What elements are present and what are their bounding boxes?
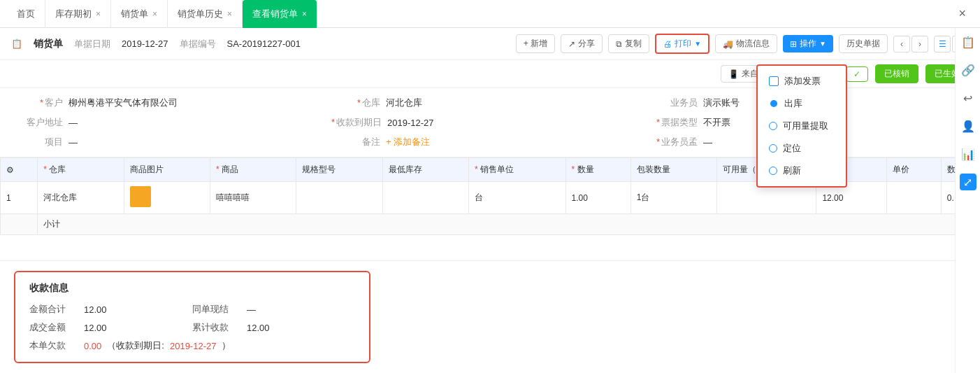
- row-num: 1: [1, 182, 38, 214]
- sidebar-user-icon[interactable]: 👤: [960, 118, 977, 134]
- tab-sales-history-close[interactable]: ×: [227, 9, 232, 19]
- share-button[interactable]: ↗ 分享: [561, 34, 603, 53]
- total-value: 12.00: [84, 304, 107, 315]
- row-product-img: [124, 182, 210, 214]
- locate-item[interactable]: 定位: [758, 137, 846, 160]
- operation-dropdown: 添加发票 出库 可用量提取 定位 刷新: [756, 64, 847, 188]
- doc-actions: + 新增 ↗ 分享 ⧉ 复制 🖨 打印 ▼ 🚚 物流信息: [516, 34, 969, 54]
- balance-end: ）: [222, 339, 231, 352]
- window-close-button[interactable]: ×: [951, 6, 973, 21]
- staff2-label: 业务员孟: [649, 136, 698, 148]
- doc-header: 📋 销货单 单据日期 2019-12-27 单据编号 SA-20191227-0…: [0, 28, 980, 60]
- row-quantity: 1.00: [565, 182, 630, 214]
- total-row: 金额合计 12.00: [29, 303, 192, 316]
- check-button[interactable]: ✓: [846, 66, 868, 82]
- right-sidebar: 📋 🔗 ↩ 👤 📊 ⤢: [955, 28, 980, 373]
- cumulative-row: 累计收款 12.00: [192, 321, 355, 334]
- warehouse-row: 仓库 河北仓库: [331, 97, 649, 109]
- subtotal-spacer: 小计: [38, 214, 980, 235]
- doc-title: 销货单: [34, 38, 63, 50]
- tab-inventory-close[interactable]: ×: [96, 9, 101, 19]
- refresh-icon: [769, 167, 777, 175]
- remark-add[interactable]: + 添加备注: [386, 136, 430, 148]
- row-model: [296, 182, 382, 214]
- tab-view-sales[interactable]: 查看销货单 ×: [243, 0, 317, 28]
- operation-button[interactable]: ⊞ 操作 ▼: [783, 35, 833, 52]
- col-product: * 商品: [210, 158, 296, 182]
- phone-icon: 📱: [728, 69, 739, 79]
- locate-icon: [769, 144, 777, 153]
- doc-meta: 单据日期 2019-12-27 单据编号 SA-20191227-001: [74, 38, 505, 50]
- tab-view-sales-label: 查看销货单: [252, 8, 298, 20]
- col-unit-price: 单价: [887, 158, 942, 182]
- ticket-label: 票据类型: [649, 116, 698, 129]
- payment-title: 收款信息: [29, 282, 355, 295]
- tab-sales-close[interactable]: ×: [152, 9, 157, 19]
- add-invoice-item[interactable]: 添加发票: [758, 70, 846, 92]
- remark-row: 备注 + 添加备注: [331, 136, 649, 148]
- staff-label: 业务员: [649, 97, 698, 109]
- tab-bar: 首页 库存期初 × 销货单 × 销货单历史 × 查看销货单 × ×: [0, 0, 980, 28]
- tab-inventory-label: 库存期初: [55, 8, 92, 20]
- balance-row: 本单欠款 0.00 （收款到期日: 2019-12-27 ）: [29, 339, 355, 352]
- copy-icon: ⧉: [616, 39, 622, 49]
- row-sales-unit: 台: [469, 182, 566, 214]
- tab-sales-history[interactable]: 销货单历史 ×: [168, 0, 243, 28]
- refresh-label: 刷新: [783, 164, 801, 177]
- history-button[interactable]: 历史单据: [839, 34, 888, 53]
- available-qty-label: 可用量提取: [783, 120, 828, 132]
- sidebar-chart-icon[interactable]: 📊: [960, 146, 977, 162]
- logistics-button[interactable]: 🚚 物流信息: [715, 34, 777, 53]
- logistics-label: 物流信息: [736, 38, 770, 50]
- ticket-value: 不开票: [703, 116, 730, 129]
- copy-label: 复制: [625, 38, 642, 50]
- tab-sales[interactable]: 销货单 ×: [111, 0, 168, 28]
- print-label: 打印: [675, 38, 691, 50]
- available-qty-icon: [769, 122, 777, 130]
- sidebar-return-icon[interactable]: ↩: [960, 90, 977, 106]
- customer-row: 客户 柳州粤港平安气体有限公司: [14, 97, 331, 109]
- refresh-item[interactable]: 刷新: [758, 160, 846, 182]
- operation-dropdown-arrow: ▼: [819, 40, 826, 48]
- prev-arrow[interactable]: ‹: [893, 36, 910, 52]
- check-icon: ✓: [853, 69, 860, 79]
- sidebar-expand-icon[interactable]: ⤢: [960, 174, 977, 190]
- same-order-value: —: [247, 304, 256, 315]
- add-invoice-icon: [769, 76, 779, 86]
- sidebar-doc-icon[interactable]: 📋: [960, 34, 977, 50]
- next-arrow[interactable]: ›: [911, 36, 928, 52]
- warehouse-label: 仓库: [331, 97, 380, 109]
- out-warehouse-item[interactable]: 出库: [758, 92, 846, 115]
- print-button[interactable]: 🖨 打印 ▼: [655, 34, 709, 54]
- sold-out-button[interactable]: 已核销: [875, 64, 918, 83]
- print-icon: 🖨: [663, 39, 672, 49]
- print-dropdown-arrow: ▼: [694, 40, 701, 48]
- tab-view-sales-close[interactable]: ×: [302, 9, 307, 19]
- address-label: 客户地址: [14, 116, 63, 129]
- transaction-row: 成交金额 12.00: [29, 321, 192, 334]
- due-date-row: 收款到期日 2019-12-27: [331, 116, 649, 129]
- number-label: 单据编号: [180, 38, 216, 50]
- payment-grid: 金额合计 12.00 同单现结 — 成交金额 12.00 累计收款 12.00: [29, 303, 355, 352]
- nav-arrows: ‹ ›: [893, 36, 928, 52]
- balance-date: 2019-12-27: [170, 341, 217, 351]
- col-settings[interactable]: ⚙: [1, 158, 38, 182]
- tab-sales-label: 销货单: [121, 8, 148, 20]
- new-button[interactable]: + 新增: [516, 34, 555, 53]
- list-view-icon[interactable]: ☰: [934, 36, 951, 52]
- tab-sales-history-label: 销货单历史: [178, 8, 223, 20]
- out-warehouse-icon: [769, 99, 779, 108]
- sidebar-link-icon[interactable]: 🔗: [960, 62, 977, 78]
- row-warehouse: 河北仓库: [38, 182, 124, 214]
- row-min-stock: [382, 182, 468, 214]
- tab-home[interactable]: 首页: [7, 0, 45, 28]
- copy-button[interactable]: ⧉ 复制: [608, 34, 649, 53]
- subtotal-row: 小计: [1, 214, 980, 235]
- available-qty-item[interactable]: 可用量提取: [758, 115, 846, 137]
- doc-icon: 📋: [11, 38, 22, 49]
- row-unit-price: [887, 182, 942, 214]
- locate-label: 定位: [783, 142, 801, 155]
- tab-inventory[interactable]: 库存期初 ×: [45, 0, 111, 28]
- due-date-label: 收款到期日: [331, 116, 382, 129]
- balance-note: （收款到期日:: [107, 339, 164, 352]
